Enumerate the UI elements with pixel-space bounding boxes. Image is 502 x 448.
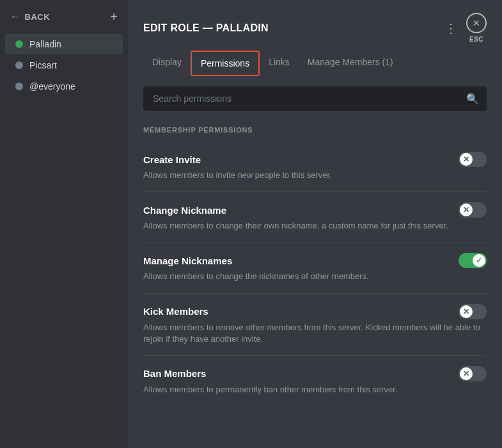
permission-item-create_invite: Create Invite✕Allows members to invite n… — [143, 141, 487, 192]
content-area: 🔍 MEMBERSHIP PERMISSIONS Create Invite✕A… — [128, 76, 502, 448]
permission-name-manage_nicknames: Manage Nicknames — [143, 255, 232, 266]
back-button[interactable]: ← BACK — [10, 11, 50, 22]
permission-name-kick_members: Kick Members — [143, 306, 208, 317]
permissions-list: Create Invite✕Allows members to invite n… — [143, 141, 487, 406]
toggle-icon-kick_members: ✕ — [463, 307, 469, 316]
permission-desc-create_invite: Allows members to invite new people to t… — [143, 170, 487, 181]
header-actions: ⋮ ✕ ESC — [444, 13, 487, 43]
esc-button[interactable]: ✕ ESC — [466, 13, 487, 43]
sidebar: ← BACK + PalladinPicsart@everyone — [0, 0, 128, 448]
toggle-knob-create_invite: ✕ — [460, 153, 473, 166]
search-icon: 🔍 — [466, 93, 479, 105]
esc-circle-icon: ✕ — [466, 13, 487, 33]
permission-name-create_invite: Create Invite — [143, 154, 201, 165]
sidebar-item-label-everyone: @everyone — [29, 81, 75, 92]
permission-row-kick_members: Kick Members✕ — [143, 304, 487, 319]
dot-everyone — [15, 83, 23, 90]
permission-name-change_nickname: Change Nickname — [143, 205, 226, 216]
sidebar-item-picsart[interactable]: Picsart — [5, 55, 123, 76]
permission-row-manage_nicknames: Manage Nicknames✓ — [143, 253, 487, 268]
permission-desc-manage_nicknames: Allows members to change the nicknames o… — [143, 271, 487, 282]
permission-item-manage_nicknames: Manage Nicknames✓Allows members to chang… — [143, 243, 487, 293]
dot-palladin — [15, 40, 23, 48]
toggle-icon-manage_nicknames: ✓ — [476, 256, 482, 265]
sidebar-item-palladin[interactable]: Palladin — [5, 34, 123, 54]
tab-manage_members[interactable]: Manage Members (1) — [299, 51, 402, 76]
sidebar-header: ← BACK + — [0, 10, 128, 33]
toggle-kick_members[interactable]: ✕ — [459, 304, 487, 319]
permission-row-ban_members: Ban Members✕ — [143, 366, 487, 381]
esc-label: ESC — [469, 36, 483, 43]
tab-display[interactable]: Display — [143, 51, 191, 76]
sidebar-item-everyone[interactable]: @everyone — [5, 76, 123, 97]
toggle-knob-kick_members: ✕ — [460, 305, 473, 318]
toggle-knob-manage_nicknames: ✓ — [473, 254, 485, 267]
toggle-manage_nicknames[interactable]: ✓ — [459, 253, 487, 268]
search-container: 🔍 — [143, 86, 487, 111]
toggle-icon-ban_members: ✕ — [463, 369, 469, 378]
toggle-knob-ban_members: ✕ — [460, 367, 473, 380]
back-arrow-icon: ← — [10, 11, 21, 22]
add-role-button[interactable]: + — [110, 10, 118, 23]
page-header: EDIT ROLE — PALLADIN ⋮ ✕ ESC — [128, 0, 502, 43]
tab-links[interactable]: Links — [260, 51, 299, 76]
main-panel: EDIT ROLE — PALLADIN ⋮ ✕ ESC DisplayPerm… — [128, 0, 502, 448]
toggle-icon-create_invite: ✕ — [463, 155, 469, 164]
back-label: BACK — [25, 12, 51, 22]
permission-item-kick_members: Kick Members✕Allows members to remove ot… — [143, 294, 487, 356]
permission-row-change_nickname: Change Nickname✕ — [143, 202, 487, 218]
page-title: EDIT ROLE — PALLADIN — [143, 22, 269, 34]
permission-row-create_invite: Create Invite✕ — [143, 152, 487, 167]
permission-desc-change_nickname: Allows members to change their own nickn… — [143, 220, 487, 232]
sidebar-items-list: PalladinPicsart@everyone — [0, 34, 128, 97]
dot-picsart — [15, 61, 23, 69]
tab-permissions[interactable]: Permissions — [191, 51, 260, 76]
tabs-bar: DisplayPermissionsLinksManage Members (1… — [128, 51, 502, 76]
toggle-knob-change_nickname: ✕ — [460, 204, 473, 216]
sidebar-item-label-palladin: Palladin — [29, 39, 61, 49]
toggle-create_invite[interactable]: ✕ — [459, 152, 487, 167]
permission-item-ban_members: Ban Members✕Allows members to permanentl… — [143, 356, 487, 406]
membership-permissions-label: MEMBERSHIP PERMISSIONS — [143, 126, 487, 134]
more-options-button[interactable]: ⋮ — [444, 20, 459, 36]
permission-item-change_nickname: Change Nickname✕Allows members to change… — [143, 192, 487, 243]
search-input[interactable] — [143, 86, 487, 111]
toggle-change_nickname[interactable]: ✕ — [459, 202, 487, 218]
sidebar-item-label-picsart: Picsart — [29, 60, 57, 70]
permission-name-ban_members: Ban Members — [143, 368, 206, 379]
permission-desc-ban_members: Allows members to permanently ban other … — [143, 384, 487, 396]
permission-desc-kick_members: Allows members to remove other members f… — [143, 322, 487, 345]
toggle-ban_members[interactable]: ✕ — [459, 366, 487, 381]
toggle-icon-change_nickname: ✕ — [463, 205, 469, 214]
